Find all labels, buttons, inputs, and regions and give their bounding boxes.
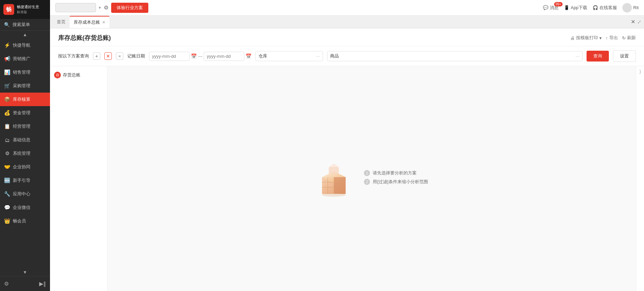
message-icon: 💬 bbox=[543, 5, 548, 10]
sidebar-item-label: 快捷导航 bbox=[13, 42, 30, 48]
sidebar-item-sales[interactable]: 📊 销售管理 bbox=[0, 66, 50, 79]
page-title: 库存总账(存货总账) bbox=[58, 34, 111, 42]
quick-nav-icon: ⚡ bbox=[4, 42, 10, 48]
tip-num-2: 2 bbox=[364, 179, 370, 185]
sidebar-item-guide[interactable]: 🆕 新手引导 bbox=[0, 174, 50, 187]
calendar-start-icon[interactable]: 📅 bbox=[191, 53, 197, 59]
sidebar-item-apps[interactable]: 🔧 应用中心 bbox=[0, 187, 50, 201]
print-chevron-icon: ▾ bbox=[599, 35, 602, 41]
svg-rect-7 bbox=[329, 167, 339, 174]
phone-icon: 📱 bbox=[564, 5, 569, 10]
online-service-label: 在线客服 bbox=[599, 5, 617, 11]
sidebar-item-finance[interactable]: 💰 资金管理 bbox=[0, 106, 50, 120]
goods-selector[interactable]: 商品 ··· bbox=[327, 51, 583, 61]
panel-close-icon[interactable]: ✕ bbox=[631, 19, 635, 25]
sidebar-item-quick-nav[interactable]: ⚡ 快捷导航 bbox=[0, 39, 50, 52]
app-download-button[interactable]: 📱 App下载 bbox=[564, 5, 587, 11]
sidebar-item-system[interactable]: ⚙ 系统管理 bbox=[0, 147, 50, 160]
industry-solution-button[interactable]: 体验行业方案 bbox=[111, 3, 148, 13]
date-label: 记账日期 bbox=[127, 53, 145, 59]
app-download-label: App下载 bbox=[571, 5, 587, 11]
breadcrumb-chevron-icon[interactable]: ▾ bbox=[99, 5, 101, 10]
apps-icon: 🔧 bbox=[4, 191, 10, 197]
scroll-up-btn[interactable]: ▲ bbox=[0, 31, 50, 39]
app-logo: 畅 畅捷通好生意 标准版 bbox=[0, 0, 50, 19]
date-range-input: 📅 — 📅 bbox=[149, 52, 251, 61]
tip-num-1: 1 bbox=[364, 170, 370, 176]
date-start-input[interactable] bbox=[149, 52, 190, 61]
search-icon: 🔍 bbox=[4, 22, 10, 27]
breadcrumb-input[interactable] bbox=[55, 3, 96, 12]
refresh-button[interactable]: ↻ 刷新 bbox=[622, 35, 636, 41]
tab-inventory-cost[interactable]: 库存成本总账 ✕ bbox=[70, 16, 109, 28]
sidebar-item-label: 营销推广 bbox=[13, 56, 30, 62]
calendar-end-icon[interactable]: 📅 bbox=[246, 53, 251, 59]
settings-button[interactable]: 设置 bbox=[613, 50, 636, 62]
tab-close-icon[interactable]: ✕ bbox=[102, 20, 105, 25]
export-button[interactable]: ↑ 导出 bbox=[606, 35, 618, 41]
enterprise-icon: 🤝 bbox=[4, 164, 10, 170]
goods-label: 商品 bbox=[330, 53, 339, 59]
empty-state: 1 请先选择要分析的方案 2 用[过滤]条件来缩小分析范围 bbox=[107, 66, 636, 291]
system-icon: ⚙ bbox=[4, 150, 10, 156]
settings-footer-icon[interactable]: ⚙ bbox=[4, 281, 9, 287]
scheme-icon: 存 bbox=[54, 72, 61, 78]
sidebar-item-enterprise[interactable]: 🤝 企业协同 bbox=[0, 160, 50, 174]
message-badge: 99+ bbox=[554, 2, 563, 6]
sidebar-nav: ⚡ 快捷导航 📢 营销推广 📊 销售管理 🛒 采购管理 📦 库存核算 💰 资金管… bbox=[0, 39, 50, 268]
empty-illustration bbox=[315, 159, 356, 199]
sidebar-item-basic[interactable]: 🗂 基础信息 bbox=[0, 133, 50, 147]
goods-more-icon[interactable]: ··· bbox=[575, 53, 579, 59]
tip-text-2: 用[过滤]条件来缩小分析范围 bbox=[373, 179, 428, 185]
sidebar-item-label: 采购管理 bbox=[13, 83, 30, 89]
page-header: 库存总账(存货总账) 🖨 按模板打印 ▾ ↑ 导出 ↻ 刷新 bbox=[50, 28, 644, 46]
svg-rect-2 bbox=[334, 177, 346, 194]
messages-button[interactable]: 💬 消息 99+ bbox=[543, 5, 559, 11]
sidebar-item-inventory[interactable]: 📦 库存核算 bbox=[0, 93, 50, 106]
sidebar-item-label: 资金管理 bbox=[13, 110, 30, 116]
app-title: 畅捷通好生意 bbox=[17, 4, 39, 9]
filter-add-button[interactable]: + bbox=[93, 52, 100, 60]
right-panel-icon[interactable]: ⟩ bbox=[639, 69, 641, 74]
sidebar-item-label: 应用中心 bbox=[13, 191, 30, 197]
avatar bbox=[622, 3, 632, 13]
sidebar-item-operation[interactable]: 📋 经营管理 bbox=[0, 120, 50, 133]
filter-label: 按以下方案查询 bbox=[58, 53, 89, 59]
scheme-icon-text: 存 bbox=[56, 73, 59, 78]
scroll-down-btn[interactable]: ▼ bbox=[0, 268, 50, 276]
panel-expand-icon[interactable]: ⤢ bbox=[637, 19, 641, 25]
print-icon: 🖨 bbox=[570, 35, 575, 41]
username-label: Rit bbox=[633, 5, 639, 10]
search-menu[interactable]: 🔍 搜索菜单 bbox=[0, 19, 50, 31]
date-end-input[interactable] bbox=[204, 52, 244, 61]
tip-text-1: 请先选择要分析的方案 bbox=[373, 170, 417, 176]
sidebar-item-wechat[interactable]: 💬 企业微信 bbox=[0, 201, 50, 214]
filter-bar: 按以下方案查询 + ✕ « 记账日期 📅 — 📅 仓库 ··· bbox=[50, 46, 644, 66]
query-button[interactable]: 查询 bbox=[587, 51, 609, 62]
user-menu[interactable]: Rit bbox=[622, 3, 639, 13]
scheme-item-stock-general[interactable]: 存 存货总账 bbox=[50, 69, 107, 81]
header-settings-button[interactable]: ⚙ bbox=[104, 4, 108, 11]
scheme-label: 存货总账 bbox=[63, 72, 80, 78]
basic-icon: 🗂 bbox=[4, 137, 10, 143]
tab-home[interactable]: 首页 bbox=[53, 16, 70, 28]
svg-point-6 bbox=[322, 193, 346, 197]
sidebar-item-marketing[interactable]: 📢 营销推广 bbox=[0, 52, 50, 66]
purchase-icon: 🛒 bbox=[4, 83, 10, 89]
header-right: 💬 消息 99+ 📱 App下载 🎧 在线客服 Rit bbox=[543, 3, 639, 13]
filter-collapse-button[interactable]: « bbox=[116, 52, 123, 60]
sidebar-item-member[interactable]: 👑 畅会员 bbox=[0, 214, 50, 228]
inventory-icon: 📦 bbox=[4, 96, 10, 102]
sound-icon[interactable]: ▶‖ bbox=[39, 281, 46, 287]
export-icon: ↑ bbox=[606, 35, 608, 41]
tip-item-2: 2 用[过滤]条件来缩小分析范围 bbox=[364, 179, 428, 185]
online-service-button[interactable]: 🎧 在线客服 bbox=[593, 5, 617, 11]
warehouse-selector[interactable]: 仓库 ··· bbox=[255, 51, 323, 61]
finance-icon: 💰 bbox=[4, 110, 10, 116]
operation-icon: 📋 bbox=[4, 123, 10, 129]
sidebar-item-purchase[interactable]: 🛒 采购管理 bbox=[0, 79, 50, 93]
filter-remove-button[interactable]: ✕ bbox=[104, 52, 112, 60]
warehouse-more-icon[interactable]: ··· bbox=[316, 53, 320, 59]
print-button[interactable]: 🖨 按模板打印 ▾ bbox=[570, 35, 602, 41]
wechat-icon: 💬 bbox=[4, 204, 10, 211]
